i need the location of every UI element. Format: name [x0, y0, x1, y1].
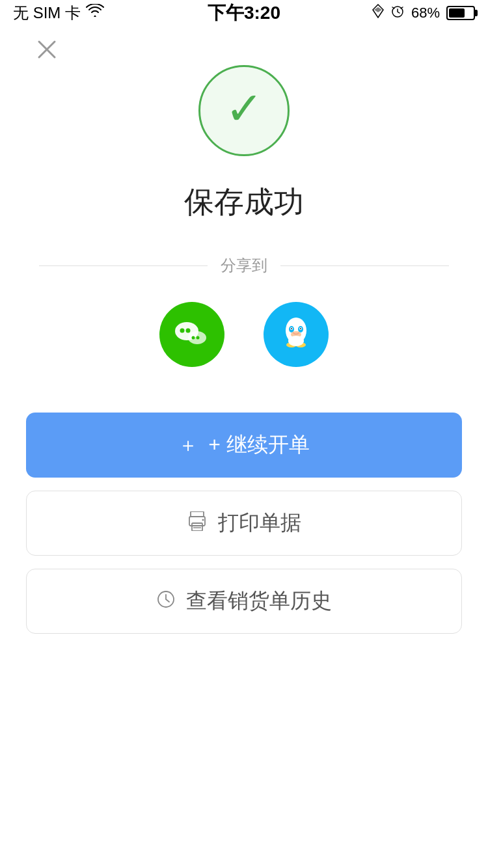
svg-point-8 — [197, 336, 200, 340]
print-label: 打印单据 — [218, 509, 301, 537]
wifi-icon — [86, 4, 104, 22]
divider-right — [280, 265, 449, 266]
history-label: 查看销货单历史 — [186, 587, 332, 616]
main-content: ✓ 保存成功 分享到 — [0, 26, 488, 634]
wechat-share-button[interactable] — [159, 302, 224, 367]
history-button[interactable]: 查看销货单历史 — [26, 569, 462, 634]
svg-point-7 — [192, 336, 195, 340]
status-time: 下午3:20 — [208, 1, 280, 25]
success-title: 保存成功 — [184, 182, 304, 223]
divider-left — [39, 265, 208, 266]
svg-point-19 — [288, 336, 304, 346]
location-icon — [372, 4, 384, 22]
checkmark-icon: ✓ — [225, 86, 264, 131]
continue-button[interactable]: ＋ + 继续开单 — [26, 413, 462, 478]
status-right: 68% — [372, 4, 475, 22]
printer-icon — [187, 511, 208, 536]
battery-icon — [446, 6, 475, 20]
action-buttons: ＋ + 继续开单 打印单据 — [0, 413, 488, 634]
svg-rect-20 — [191, 511, 204, 517]
status-left: 无 SIM 卡 — [13, 3, 104, 23]
success-circle: ✓ — [198, 65, 290, 156]
close-button[interactable] — [31, 34, 62, 65]
plus-icon: ＋ — [178, 432, 198, 459]
svg-rect-22 — [192, 523, 202, 531]
svg-point-15 — [300, 328, 301, 329]
battery-percent: 68% — [411, 5, 440, 21]
alarm-icon — [390, 4, 405, 22]
share-divider: 分享到 — [0, 255, 488, 276]
clock-icon — [156, 590, 176, 614]
share-label: 分享到 — [208, 255, 280, 276]
status-bar: 无 SIM 卡 下午3:20 — [0, 0, 488, 26]
share-icons — [159, 302, 329, 367]
svg-point-14 — [291, 328, 292, 329]
print-button[interactable]: 打印单据 — [26, 491, 462, 556]
svg-point-25 — [202, 519, 204, 521]
carrier-text: 无 SIM 卡 — [13, 3, 81, 23]
continue-label: + 继续开单 — [208, 431, 310, 459]
svg-point-5 — [186, 329, 191, 333]
svg-point-4 — [180, 329, 185, 333]
qq-share-button[interactable] — [264, 302, 329, 367]
